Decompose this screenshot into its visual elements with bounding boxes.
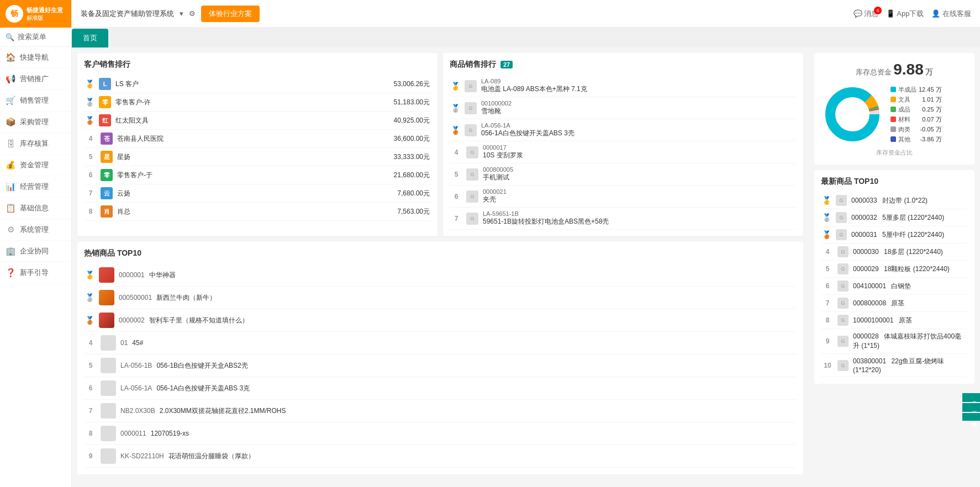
sidebar-item-enterprise[interactable]: 🏢 企业协同 <box>0 241 71 262</box>
sidebar-item-label: 新手引导 <box>20 268 49 278</box>
product-thumbnail: G <box>465 102 477 114</box>
avatar: 肖 <box>101 205 113 218</box>
finance-icon: 💰 <box>6 160 15 170</box>
avatar: 苍 <box>101 133 113 145</box>
table-row: 🥉 红 红太阳文具 40,925.00元 <box>84 112 431 130</box>
list-item: 8 G 10000100001 原茎 <box>821 312 968 329</box>
sidebar-item-finance[interactable]: 💰 资金管理 <box>0 155 71 176</box>
table-row: 4 G 0000017 10S 变刮罗浆 <box>450 141 797 163</box>
product-thumbnail <box>99 267 114 283</box>
legend-item: 文具 1.01 万 <box>891 96 942 104</box>
product-thumbnail <box>101 335 116 351</box>
product-sales-ranking-card: 商品销售排行 27 🥇 G LA-089 电池盖 LA-089 ABS本色+黑种… <box>443 53 803 236</box>
product-thumbnail: G <box>837 360 849 371</box>
list-item: 9 G 0000028 体城嘉枝味苏打饮品400毫升 (1*15) <box>821 329 968 354</box>
page-tabs: 首页 <box>72 28 980 47</box>
legend-item: 半成品 12.45 万 <box>891 86 942 94</box>
list-item: 7 NB2.0X30B 2.0X30MM双搓花轴搓花直径2.1MM/ROHS <box>84 400 797 422</box>
list-item: 5 G 0000029 18颗粒板 (1220*2440) <box>821 261 968 278</box>
operation-icon: 📊 <box>6 182 15 192</box>
service-community-button[interactable]: 服务社区 <box>962 403 980 412</box>
gear-icon[interactable]: ⚙ <box>189 9 196 18</box>
legend-item: 肉类 -0.05 万 <box>891 125 942 134</box>
search-menu[interactable]: 🔍 搜索菜单 <box>0 28 71 47</box>
sidebar-item-label: 采购管理 <box>20 117 49 127</box>
trial-button[interactable]: 体验行业方案 <box>201 6 260 22</box>
hot-products-card: 热销商品 TOP10 🥇 0000001 中华神器 🥈 <box>77 242 803 474</box>
table-row: 7 G LA-59651-1B 59651-1B旋转投影灯电池盒ABS黑色+58… <box>450 208 797 230</box>
hot-products-list: 🥇 0000001 中华神器 🥈 000500001 <box>84 264 797 468</box>
product-thumbnail: G <box>466 213 478 225</box>
list-item: 🥇 G 0000033 封边带 (1.0*22) <box>821 192 968 209</box>
sidebar-item-guide[interactable]: ❓ 新手引导 <box>0 262 71 284</box>
table-row: 5 G 000800005 手机测试 <box>450 163 797 186</box>
medal-icon: 🥈 <box>85 98 94 107</box>
sidebar-item-sales[interactable]: 🛒 销售管理 <box>0 90 71 112</box>
sidebar-item-inventory[interactable]: 🗄 库存核算 <box>0 133 71 155</box>
table-row: 4 苍 苍南县人民医院 36,600.00元 <box>84 130 431 148</box>
latest-products-list: 🥇 G 0000033 封边带 (1.0*22) 🥈 G 0000032 5厘多… <box>821 192 968 377</box>
sidebar-item-label: 资金管理 <box>20 160 49 170</box>
message-icon: 💬 <box>853 9 862 18</box>
sidebar-item-label: 企业协同 <box>20 246 49 256</box>
sidebar-item-label: 经营管理 <box>20 182 49 192</box>
product-thumbnail <box>101 448 116 464</box>
message-badge[interactable]: 💬 6 消息 <box>853 9 879 19</box>
latest-products-card: 最新商品 TOP10 🥇 G 0000033 封边带 (1.0*22) 🥈 G <box>814 170 974 384</box>
medal-icon: 🥉 <box>822 230 831 239</box>
sidebar-item-label: 基础信息 <box>20 203 49 213</box>
legend-item: 成品 0.25 万 <box>891 105 942 114</box>
medal-icon: 🥈 <box>451 104 460 113</box>
float-service: 客服热线 服务社区 直播 <box>962 393 980 421</box>
home-icon: 🏠 <box>6 52 15 62</box>
product-thumbnail: G <box>465 124 477 136</box>
sidebar: 畅 畅捷通好生意 标准版 🔍 搜索菜单 🏠 快捷导航 📢 营销推广 🛒 销售管理… <box>0 0 72 487</box>
customer-ranking-title: 客户销售排行 <box>84 60 431 70</box>
table-row: 8 肖 肖总 7,563.00元 <box>84 203 431 221</box>
list-item: 6 LA-056-1A 056-1A白色按键开关盖ABS 3克 <box>84 377 797 400</box>
sidebar-item-system[interactable]: ⚙ 系统管理 <box>0 219 71 241</box>
medal-icon: 🥈 <box>85 293 94 302</box>
sidebar-item-operation[interactable]: 📊 经营管理 <box>0 176 71 198</box>
sidebar-item-basic-info[interactable]: 📋 基础信息 <box>0 198 71 219</box>
list-item: 8 0000011 12070519-xs <box>84 422 797 445</box>
sidebar-item-quick-nav[interactable]: 🏠 快捷导航 <box>0 47 71 68</box>
system-icon: ⚙ <box>6 225 15 235</box>
inventory-legend: 半成品 12.45 万 文具 1.01 万 成品 0.25 万 <box>891 86 942 145</box>
product-thumbnail: G <box>837 280 849 292</box>
product-thumbnail: G <box>837 246 849 257</box>
list-item: 6 G 004100001 白钢垫 <box>821 278 968 295</box>
svg-point-5 <box>836 98 869 131</box>
sales-icon: 🛒 <box>6 96 15 105</box>
app-download[interactable]: 📱 App下载 <box>886 9 924 19</box>
product-thumbnail <box>101 380 116 396</box>
sidebar-item-label: 库存核算 <box>20 139 49 149</box>
table-row: 🥉 G LA-056-1A 056-1A白色按键开关盖ABS 3壳 <box>450 119 797 141</box>
service-hotline-button[interactable]: 客服热线 <box>962 393 980 402</box>
customer-rank-table: 🥇 L LS 客户 53,006.26元 🥈 零 零售客户-许 51,183.0… <box>84 75 431 221</box>
product-thumbnail: G <box>836 229 847 240</box>
avatar: 云 <box>101 187 113 199</box>
list-item: 9 KK-SD22110H 花语萌恒温分腿睡袋（厚款） <box>84 445 797 468</box>
hot-products-title: 热销商品 TOP10 <box>84 248 797 258</box>
product-thumbnail: G <box>837 298 849 309</box>
sidebar-item-marketing[interactable]: 📢 营销推广 <box>0 68 71 90</box>
product-thumbnail: G <box>466 190 478 203</box>
dropdown-icon[interactable]: ▾ <box>180 9 183 18</box>
avatar: 零 <box>99 96 111 108</box>
medal-icon: 🥇 <box>451 82 460 91</box>
table-row: 6 零 零售客户-于 21,680.00元 <box>84 166 431 184</box>
table-row: 7 云 云扬 7,680.00元 <box>84 184 431 203</box>
search-icon: 🔍 <box>6 33 14 41</box>
sidebar-item-purchase[interactable]: 📦 采购管理 <box>0 112 71 133</box>
product-thumbnail <box>101 403 116 419</box>
live-stream-button[interactable]: 直播 <box>962 413 980 421</box>
product-thumbnail <box>99 313 114 328</box>
online-service[interactable]: 👤 在线客服 <box>931 9 971 19</box>
enterprise-icon: 🏢 <box>6 246 15 256</box>
avatar: 红 <box>99 114 111 126</box>
tab-home[interactable]: 首页 <box>72 29 108 47</box>
medal-icon: 🥉 <box>451 126 460 135</box>
list-item: 🥉 G 0000031 5厘中纤 (1220*2440) <box>821 226 968 244</box>
medal-icon: 🥈 <box>822 213 831 222</box>
